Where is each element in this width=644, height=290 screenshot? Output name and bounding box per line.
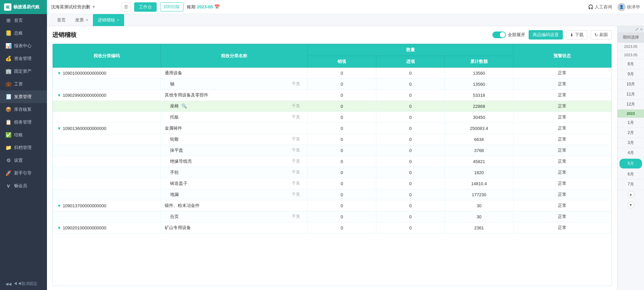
download-icon: ⬇ [570, 32, 574, 38]
reconcile-table: 税收分类编码 税收分类名称 数量 预警状态 销项 进项 累计数额 [53, 44, 611, 233]
sidebar-item-funds[interactable]: 💰 资金管理 [0, 52, 47, 65]
period-month-item[interactable]: 11月 [618, 89, 644, 99]
download-label: 下载 [575, 32, 584, 38]
period-month-item[interactable]: 2023 [618, 110, 644, 118]
period-month-item[interactable]: 9月 [618, 69, 644, 79]
table-row-total: 250083.4 [445, 123, 513, 134]
table-row-status: 正常 [513, 156, 611, 167]
table-row-status: 正常 [513, 189, 611, 200]
table-row-status: 正常 [513, 123, 611, 134]
avatar: 👤 [618, 3, 626, 11]
sidebar-pin-toggle[interactable]: ◀◀ ◀◀取消固定 [0, 278, 47, 290]
period-month-item[interactable]: 7月 [618, 179, 644, 190]
table-row-purchase: 0 [376, 79, 444, 90]
product-code-button[interactable]: 商品编码设置 [529, 30, 563, 40]
sidebar-item-assets[interactable]: 🏢 固定资产 [0, 65, 47, 78]
table-row-sale: 0 [308, 134, 376, 145]
sidebar-item-label: 报表中心 [14, 43, 32, 49]
member-icon: V [5, 184, 11, 189]
archive-button[interactable]: ☰ [121, 2, 131, 12]
tab-reconcile-label: 进销稽核 [98, 17, 115, 23]
sidebar-item-payroll[interactable]: 💼 工资 [0, 78, 47, 90]
table-row-code: ▼109010000000000000 [53, 68, 161, 79]
sidebar-item-ledger[interactable]: 📒 总账 [0, 27, 47, 40]
switch-version-button[interactable]: 切到旧版 [160, 2, 183, 11]
period-up-button[interactable]: ▲ [628, 191, 634, 198]
table-row-purchase: 0 [376, 222, 444, 233]
expand-toggle[interactable] [492, 31, 506, 38]
period-down-button[interactable]: ▼ [628, 202, 634, 208]
period-year-item[interactable]: 2023.05 [618, 43, 644, 51]
period-month-item[interactable]: 8月 [618, 59, 644, 69]
table-row-purchase: 0 [376, 90, 444, 101]
tab-reconcile[interactable]: 进销稽核 × [93, 14, 124, 26]
tab-home-label: 首页 [57, 17, 66, 23]
sidebar-item-report[interactable]: 📊 报表中心 [0, 40, 47, 52]
period-label: 账期 [187, 4, 196, 10]
period-expand-icon[interactable]: ⤢ [635, 27, 639, 32]
table-row-total: 22868 [445, 101, 513, 112]
guide-icon: 🚀 [5, 170, 11, 176]
table-row-sale: 0 [308, 167, 376, 178]
tab-home[interactable]: 首页 [52, 14, 70, 26]
download-button[interactable]: ⬇ 下载 [566, 30, 587, 40]
tab-invoice-close[interactable]: × [86, 18, 88, 22]
period-month-item[interactable]: 1月 [618, 118, 644, 128]
period-value: 2023-05 [197, 4, 213, 9]
period-month-item[interactable]: 10月 [618, 79, 644, 89]
table-row-purchase: 0 [376, 200, 444, 211]
sidebar-item-member[interactable]: V 畅会员 [0, 179, 47, 192]
period-close-icon[interactable]: × [640, 27, 643, 32]
calendar-icon[interactable]: 📅 [214, 4, 220, 9]
table-row-name: 其他专用设备及零部件 [161, 90, 308, 101]
sidebar-item-archive[interactable]: 📁 归档管理 [0, 141, 47, 154]
table-row-sale: 0 [308, 200, 376, 211]
sidebar-item-tax[interactable]: 📋 税务管理 [0, 116, 47, 129]
table-row-sale: 0 [308, 79, 376, 90]
sidebar-item-label: 结账 [14, 132, 23, 138]
period-month-item[interactable]: 5月 [620, 159, 642, 169]
table-row-status: 正常 [513, 145, 611, 156]
table-row-name: 锻件、粉末冶金件 [161, 200, 308, 211]
funds-icon: 💰 [5, 56, 11, 62]
company-selector[interactable]: 沈海英测试经营勿删 ▼ [51, 4, 118, 10]
sidebar-item-inventory[interactable]: 📦 库存核算 [0, 103, 47, 116]
period-items-container: 2023.052023.058月9月10月11月12月20231月2月3月4月5… [618, 43, 644, 190]
table-row-total: 30 [445, 200, 513, 211]
table-row-purchase: 0 [376, 178, 444, 189]
period-month-item[interactable]: 12月 [618, 99, 644, 110]
search-icon[interactable]: 🔍 [181, 103, 187, 108]
table-row-sale: 0 [308, 189, 376, 200]
table-row-total: 53318 [445, 90, 513, 101]
period-month-item[interactable]: 4月 [618, 148, 644, 158]
sidebar-item-invoice[interactable]: 🧾 发票管理 [0, 90, 47, 103]
col-header-status: 预警状态 [513, 44, 611, 68]
table-row-total: 30450 [445, 112, 513, 123]
tab-invoice[interactable]: 发票 × [70, 14, 93, 26]
table-row-status: 正常 [513, 68, 611, 79]
sidebar-item-guide[interactable]: 🚀 新手引导 [0, 167, 47, 179]
page-title: 进销稽核 [52, 31, 76, 39]
period-month-item[interactable]: 3月 [618, 138, 644, 148]
table-row-name: 地漏 千克 [161, 189, 308, 200]
table-row-sale: 0 [308, 222, 376, 233]
col-header-code: 税收分类编码 [53, 44, 161, 68]
sidebar-item-home[interactable]: ⊞ 首页 [0, 14, 47, 27]
table-row-name: 托板 千克 [161, 112, 308, 123]
support-link[interactable]: 🎧 人工咨询 [588, 4, 612, 10]
archive-icon: ☰ [124, 4, 128, 9]
table-row-sale: 0 [308, 211, 376, 222]
home-icon: ⊞ [5, 17, 11, 23]
workbench-button[interactable]: 工作台 [134, 2, 157, 12]
sidebar-item-settings[interactable]: ⚙ 设置 [0, 154, 47, 167]
period-month-item[interactable]: 2月 [618, 128, 644, 138]
table-row-status: 正常 [513, 79, 611, 90]
period-month-item[interactable]: 6月 [618, 169, 644, 179]
logo-icon: 账 [4, 3, 11, 11]
user-menu[interactable]: 👤 徐泽华 [618, 3, 640, 11]
tab-reconcile-close[interactable]: × [117, 18, 119, 22]
sidebar-item-settlement[interactable]: ✅ 结账 [0, 129, 47, 141]
refresh-button[interactable]: ↻ 刷新 [591, 30, 612, 40]
period-year-item[interactable]: 2023.05 [618, 51, 644, 59]
period-nav-down: ▼ [618, 200, 644, 210]
